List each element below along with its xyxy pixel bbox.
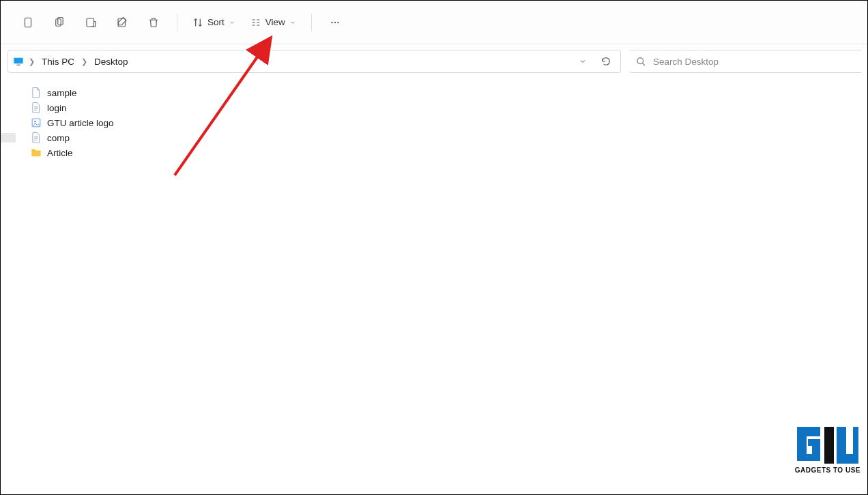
paste-button[interactable]	[77, 9, 104, 36]
list-item[interactable]: sample	[31, 85, 867, 100]
address-row: ❯ This PC ❯ Desktop	[1, 44, 867, 73]
breadcrumb-this-pc[interactable]: This PC	[39, 55, 77, 68]
view-list-icon	[250, 17, 261, 28]
more-button[interactable]	[321, 9, 349, 36]
image-file-icon	[31, 117, 42, 128]
copy-button[interactable]	[46, 9, 73, 36]
chevron-right-icon: ❯	[80, 57, 89, 66]
list-item[interactable]: GTU article logo	[31, 115, 867, 130]
svg-rect-0	[25, 18, 31, 27]
new-item-button[interactable]	[14, 9, 42, 36]
folder-icon	[31, 147, 42, 158]
watermark-text: GADGETS TO USE	[795, 466, 860, 474]
view-button[interactable]: View	[245, 9, 302, 36]
toolbar: Sort View	[1, 1, 867, 44]
svg-point-6	[334, 21, 336, 22]
svg-rect-3	[87, 18, 94, 27]
svg-rect-14	[824, 427, 834, 464]
toolbar-separator	[177, 14, 177, 31]
watermark: GADGETS TO USE	[795, 427, 860, 474]
ellipsis-icon	[329, 16, 341, 29]
file-icon	[31, 87, 42, 98]
file-name: Article	[47, 148, 73, 158]
selection-indicator	[1, 133, 16, 142]
file-name: GTU article logo	[47, 118, 114, 128]
text-file-icon	[31, 132, 42, 143]
svg-rect-8	[14, 58, 23, 64]
list-item[interactable]: Article	[31, 145, 867, 160]
address-bar[interactable]: ❯ This PC ❯ Desktop	[8, 50, 621, 73]
rename-button[interactable]	[108, 9, 136, 36]
list-item[interactable]: login	[31, 100, 867, 115]
toolbar-separator	[311, 14, 312, 31]
delete-button[interactable]	[140, 9, 167, 36]
svg-rect-9	[16, 65, 20, 65]
file-name: comp	[47, 133, 70, 143]
svg-point-10	[637, 57, 643, 63]
sort-icon	[192, 17, 203, 28]
refresh-button[interactable]	[596, 51, 616, 72]
breadcrumb-current[interactable]: Desktop	[91, 55, 131, 68]
file-name: sample	[47, 88, 77, 98]
svg-point-5	[331, 21, 332, 22]
view-label: View	[265, 17, 285, 27]
svg-point-7	[337, 21, 338, 22]
watermark-logo-icon	[797, 427, 858, 464]
search-input[interactable]	[653, 57, 854, 67]
chevron-down-icon	[289, 19, 296, 26]
search-icon	[636, 57, 646, 67]
sort-button[interactable]: Sort	[187, 9, 241, 36]
list-item[interactable]: comp	[31, 130, 867, 145]
file-name: login	[47, 103, 67, 113]
monitor-icon	[12, 55, 25, 68]
chevron-right-icon: ❯	[27, 57, 36, 66]
svg-point-12	[34, 121, 35, 122]
chevron-down-icon	[229, 19, 235, 26]
search-bar[interactable]	[629, 50, 861, 73]
sort-label: Sort	[207, 17, 225, 27]
svg-rect-1	[56, 18, 61, 26]
file-list: sample login GTU article logo comp Artic…	[1, 73, 867, 160]
text-file-icon	[31, 102, 42, 113]
history-dropdown-button[interactable]	[573, 51, 593, 72]
svg-rect-2	[58, 17, 63, 25]
